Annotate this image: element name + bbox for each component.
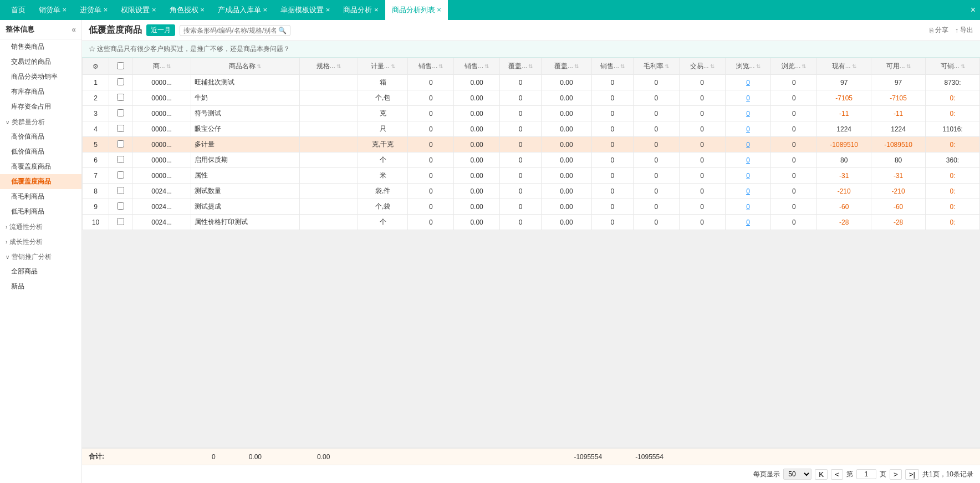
per-page-select[interactable]: 10 20 50 100	[783, 469, 811, 480]
search-icon[interactable]: 🔍	[278, 27, 287, 34]
cell-sales-amt: 0.00	[454, 215, 500, 230]
sidebar-item-stock-goods[interactable]: 有库存商品	[0, 84, 81, 99]
row-checkbox[interactable]	[117, 78, 124, 85]
first-page-btn[interactable]: K	[815, 469, 828, 480]
cell-checkbox[interactable]	[109, 215, 132, 230]
cell-avail1: -31	[817, 168, 871, 184]
cell-checkbox[interactable]	[109, 168, 132, 184]
sidebar-collapse-btn[interactable]: «	[72, 25, 76, 34]
last-page-btn[interactable]: >|	[905, 469, 919, 480]
row-checkbox[interactable]	[117, 202, 124, 210]
sidebar-section-group-analysis[interactable]: ∨ 类群量分析	[0, 114, 81, 129]
nav-permission[interactable]: 权限设置 ×	[114, 0, 162, 20]
sidebar-item-low-value[interactable]: 低价值商品	[0, 144, 81, 159]
sidebar-item-all-goods[interactable]: 全部商品	[0, 264, 81, 279]
sidebar-item-high-coverage[interactable]: 高覆盖度商品	[0, 159, 81, 174]
select-all-checkbox[interactable]	[117, 62, 124, 69]
sidebar-item-high-value[interactable]: 高价值商品	[0, 129, 81, 144]
cell-checkbox[interactable]	[109, 199, 132, 215]
nav-purchase-order[interactable]: 进货单 ×	[73, 0, 114, 20]
cell-checkbox[interactable]	[109, 121, 132, 137]
nav-sales-order[interactable]: 销货单 ×	[32, 0, 73, 20]
nav-home[interactable]: 首页	[4, 0, 32, 20]
col-header-unit[interactable]: 计量...⇅	[358, 58, 407, 75]
sidebar-item-traded-goods[interactable]: 交易过的商品	[0, 54, 81, 69]
sidebar-item-low-coverage[interactable]: 低覆盖度商品	[0, 174, 81, 189]
cell-browse1[interactable]: 0	[725, 75, 771, 90]
col-header-avail1[interactable]: 现有...⇅	[817, 58, 871, 75]
share-button[interactable]: ⎘ 分享	[930, 26, 948, 35]
col-header-sales-qty[interactable]: 销售...⇅	[408, 58, 454, 75]
cell-code: 0000...	[132, 121, 191, 137]
row-checkbox[interactable]	[117, 218, 124, 225]
search-input[interactable]	[183, 27, 278, 34]
total-cov2: 0.00	[317, 453, 330, 461]
cell-browse1[interactable]: 0	[725, 152, 771, 168]
row-checkbox[interactable]	[117, 171, 124, 179]
sidebar-section-marketing[interactable]: ∨ 营销推广分析	[0, 249, 81, 264]
col-header-cov2[interactable]: 覆盖...⇅	[542, 58, 591, 75]
cell-browse1[interactable]: 0	[725, 184, 771, 199]
nav-goods-analysis[interactable]: 商品分析 ×	[336, 0, 385, 20]
col-header-cov1[interactable]: 覆盖...⇅	[499, 58, 541, 75]
sidebar-item-low-margin[interactable]: 低毛利商品	[0, 204, 81, 219]
cell-checkbox[interactable]	[109, 152, 132, 168]
cell-checkbox[interactable]	[109, 137, 132, 152]
nav-role-auth[interactable]: 角色授权 ×	[163, 0, 211, 20]
col-header-sales-amt[interactable]: 销售...⇅	[454, 58, 500, 75]
col-header-avail3[interactable]: 可销...⇅	[926, 58, 980, 75]
row-checkbox[interactable]	[117, 187, 124, 194]
row-checkbox[interactable]	[117, 125, 124, 132]
period-button[interactable]: 近一月	[146, 24, 175, 36]
row-checkbox[interactable]	[117, 94, 124, 101]
sidebar-item-high-margin[interactable]: 高毛利商品	[0, 189, 81, 204]
cell-browse1[interactable]: 0	[725, 121, 771, 137]
sidebar-item-new-goods[interactable]: 新品	[0, 279, 81, 294]
col-header-sold[interactable]: 销售...⇅	[591, 58, 633, 75]
col-header-trans[interactable]: 交易...⇅	[679, 58, 725, 75]
sidebar-section-growth[interactable]: › 成长性分析	[0, 234, 81, 249]
col-header-settings[interactable]: ⚙	[83, 58, 109, 75]
nav-goods-analysis-list[interactable]: 商品分析列表 ×	[385, 0, 448, 20]
col-header-browse2[interactable]: 浏览...⇅	[771, 58, 817, 75]
sidebar-item-capital-occupy[interactable]: 库存资金占用	[0, 99, 81, 114]
settings-icon[interactable]: ⚙	[93, 63, 99, 70]
row-checkbox[interactable]	[117, 140, 124, 148]
table-row: 9 0024... 测试提成 个,袋 0 0.00 0 0.00 0 0 0 0…	[83, 199, 980, 215]
prev-page-btn[interactable]: <	[831, 469, 843, 480]
row-checkbox[interactable]	[117, 109, 124, 116]
current-page-input[interactable]	[856, 469, 876, 479]
sidebar-item-sales-goods[interactable]: 销售类商品	[0, 39, 81, 54]
cell-browse2: 0	[771, 121, 817, 137]
row-checkbox[interactable]	[117, 156, 124, 163]
export-button[interactable]: ↑ 导出	[955, 26, 973, 35]
col-header-avail2[interactable]: 可用...⇅	[871, 58, 926, 75]
col-header-code[interactable]: 商...⇅	[132, 58, 191, 75]
total-avail2: -1095554	[635, 453, 663, 461]
cell-checkbox[interactable]	[109, 106, 132, 121]
nav-product-in[interactable]: 产成品入库单 ×	[211, 0, 274, 20]
table-container[interactable]: ⚙ 商...⇅ 商品名称⇅ 规格...⇅ 计量...⇅ 销售...⇅ 销售...…	[82, 58, 980, 448]
next-page-btn[interactable]: >	[890, 469, 902, 480]
col-header-name[interactable]: 商品名称⇅	[191, 58, 299, 75]
cell-browse1[interactable]: 0	[725, 106, 771, 121]
sidebar-header: 整体信息 «	[0, 20, 81, 39]
col-header-browse1[interactable]: 浏览...⇅	[725, 58, 771, 75]
cell-checkbox[interactable]	[109, 184, 132, 199]
col-header-gp[interactable]: 毛利率⇅	[633, 58, 679, 75]
cell-checkbox[interactable]	[109, 90, 132, 106]
cell-browse1[interactable]: 0	[725, 215, 771, 230]
cell-checkbox[interactable]	[109, 75, 132, 90]
cell-browse1[interactable]: 0	[725, 90, 771, 106]
section-label-3: 成长性分析	[9, 237, 43, 247]
sidebar-item-category-rate[interactable]: 商品分类动销率	[0, 69, 81, 84]
cell-browse1[interactable]: 0	[725, 199, 771, 215]
cell-browse1[interactable]: 0	[725, 137, 771, 152]
cell-browse1[interactable]: 0	[725, 168, 771, 184]
nav-template[interactable]: 单据模板设置 ×	[274, 0, 336, 20]
window-close-btn[interactable]: ×	[971, 5, 976, 15]
col-header-spec[interactable]: 规格...⇅	[299, 58, 358, 75]
cell-spec	[299, 199, 358, 215]
cell-gp: 0	[633, 152, 679, 168]
sidebar-section-circulation[interactable]: › 流通性分析	[0, 219, 81, 234]
